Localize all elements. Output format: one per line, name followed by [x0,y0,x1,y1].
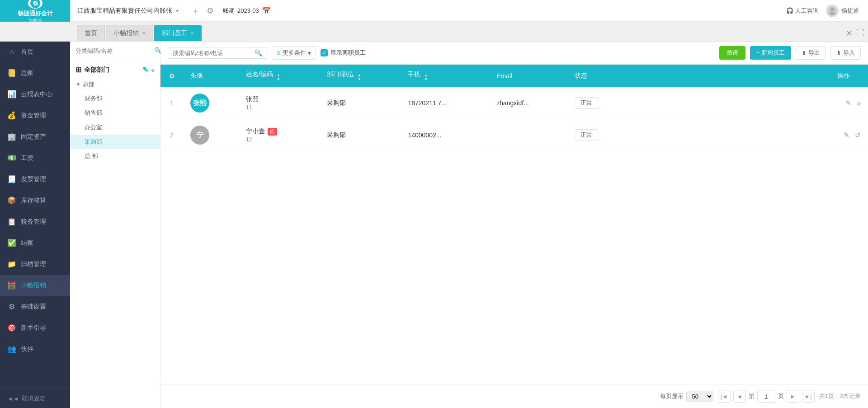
first-page-btn[interactable]: |◄ [718,390,731,403]
tab-expand[interactable]: ⛶ [856,28,864,38]
dept-office[interactable]: 办公室 [70,120,160,135]
grid-icon: ⊞ [75,66,81,74]
headset-icon: 🎧 [786,7,793,14]
settings-icon[interactable]: ⚙ [207,6,214,16]
right-panel: 🔍 ⧖ 更多条件 ▾ ✓ 显示离职员工 邀请 + 新增员工 ⬆ 导出 [160,42,868,408]
sidebar-item-tax[interactable]: 📋 税务管理 [0,211,70,232]
sidebar-item-invoice[interactable]: 🧾 发票管理 [0,169,70,190]
per-page-select[interactable]: 10 20 50 100 [686,391,713,402]
page-suffix: 页 [778,392,784,400]
expand-icon: ▼ [75,81,81,88]
dept-purchase[interactable]: 采购部 [70,135,160,149]
collapse-dept-icon[interactable]: « [151,66,155,74]
tab-department[interactable]: 部门员工 × [154,25,202,41]
dept-search-input[interactable] [75,47,151,54]
dept-sales[interactable]: 销售部 [70,106,160,120]
col-settings[interactable]: ⚙ [160,65,183,87]
col-dept[interactable]: 部门/职位 ▲▼ [320,65,401,87]
col-name[interactable]: 姓名/编码 ▲▼ [239,65,320,87]
edit-icon-2[interactable]: ✎ [844,131,849,139]
tab-controls: ✕ ⛶ [846,28,864,38]
sidebar-item-inventory[interactable]: 📦 库存核算 [0,190,70,211]
row1-phone: 18720211 7... [401,87,489,119]
invite-button[interactable]: 邀请 [719,46,745,60]
sidebar-label-invoice: 发票管理 [21,175,46,183]
user-area[interactable]: 畅捷通 [826,5,859,17]
col-avatar: 头像 [183,65,239,87]
row2-index: 2 [160,119,183,151]
all-dept-header[interactable]: ⊞ 全部部门 ✎ « [70,62,160,78]
status-badge-2: 正常 [575,129,598,141]
row1-index: 1 [160,87,183,119]
sidebar: ⌂ 首页 📒 总账 📊 云报表中心 💰 资金管理 🏢 固定资产 💵 工资 🧾 发… [0,42,70,408]
sidebar-unpin[interactable]: ◄◄ 取消固定 [0,389,70,408]
edit-dept-icon[interactable]: ✎ [142,66,148,74]
import-button[interactable]: ⬇ 导入 [830,46,861,60]
svg-point-3 [830,8,834,11]
sidebar-item-guide[interactable]: 🎯 新手引导 [0,317,70,338]
dept-root[interactable]: ▼ 总部 [70,78,160,91]
add-employee-button[interactable]: + 新增员工 [750,46,791,60]
support-button[interactable]: 🎧 人工咨询 [786,7,819,15]
per-page-label: 每页显示 [660,392,684,400]
sidebar-item-payroll[interactable]: 💵 工资 [0,147,70,169]
next-page-btn[interactable]: ► [787,390,799,403]
name-code-2: 宁小壹 应 12 [246,127,312,143]
prev-page-btn[interactable]: ◄ [733,390,746,403]
badge-red-2: 应 [268,128,277,136]
table-row: 2 宁 宁小壹 应 12 [160,119,868,151]
sidebar-item-ledger[interactable]: 📒 总账 [0,62,70,84]
unpin-label: 取消固定 [22,394,45,403]
dept-general[interactable]: 总 部 [70,149,160,164]
show-resigned-checkbox[interactable]: ✓ [321,49,328,56]
dept-finance[interactable]: 财务部 [70,91,160,106]
filter-button[interactable]: ⧖ 更多条件 ▾ [272,46,316,60]
tab-expense[interactable]: 小畅报销 × [106,25,153,41]
calendar-icon[interactable]: 📅 [262,6,271,15]
sidebar-item-settle[interactable]: ✅ 结账 [0,232,70,253]
name-code-1: 张熙 11 [246,95,312,111]
sidebar-item-asset[interactable]: 🏢 固定资产 [0,126,70,147]
tab-close-all[interactable]: ✕ [846,28,853,38]
logo-icon: 畅 [28,0,42,9]
show-resigned-toggle[interactable]: ✓ 显示离职员工 [321,49,366,57]
sidebar-label-payroll: 工资 [21,154,33,162]
settle-icon: ✅ [7,239,16,247]
sidebar-item-report[interactable]: 📊 云报表中心 [0,84,70,105]
sidebar-item-settings[interactable]: ⚙ 基础设置 [0,296,70,317]
row2-avatar: 宁 [183,119,239,151]
status-badge-1: 正常 [575,97,598,109]
page-number-input[interactable] [757,390,775,403]
search-icon[interactable]: 🔍 [255,49,262,56]
account-period-label: 账期 [223,7,235,15]
toolbar-right: 邀请 + 新增员工 ⬆ 导出 ⬇ 导入 [719,46,861,60]
sidebar-item-fund[interactable]: 💰 资金管理 [0,105,70,126]
edit-icon-1[interactable]: ✎ [845,99,851,107]
sidebar-item-partner[interactable]: 👥 伙伴 [0,338,70,360]
last-page-btn[interactable]: ►| [802,390,815,403]
company-name: 江西服宝精品有限责任公司内账张 [77,7,172,15]
sidebar-label-settings: 基础设置 [21,303,46,311]
content-area: 🔍 ⊞ 全部部门 ✎ « ▼ 总部 财务部 [70,42,868,408]
sidebar-item-home[interactable]: ⌂ 首页 [0,42,70,62]
company-dropdown-icon[interactable]: ▾ [176,8,179,14]
total-text: 共1页，2条记录 [819,392,861,400]
add-icon[interactable]: ＋ [191,5,199,16]
fund-icon: 💰 [7,111,16,120]
sidebar-item-expense[interactable]: 🧮 小畅报销 [0,275,70,296]
logout-icon-1[interactable]: ⎆ [857,99,861,107]
refresh-icon-2[interactable]: ↺ [855,131,861,139]
export-button[interactable]: ⬆ 导出 [796,46,826,60]
employee-table-wrapper: ⚙ 头像 姓名/编码 ▲▼ 部门/职位 ▲▼ 手机 [160,65,868,384]
row1-avatar: 张熙 [183,87,239,119]
tab-department-close[interactable]: × [191,30,194,37]
col-phone[interactable]: 手机 ▲▼ [401,65,489,87]
sidebar-item-archive[interactable]: 📁 归档管理 [0,253,70,275]
sidebar-label-guide: 新手引导 [21,324,46,332]
tab-home[interactable]: 首页 [77,25,105,41]
account-period: 账期 2023-03 📅 [219,6,274,15]
tab-expense-close[interactable]: × [142,30,146,37]
header-company[interactable]: 江西服宝精品有限责任公司内账张 ▾ [70,7,186,15]
row1-actions: ✎ ⎆ [717,87,868,119]
search-input[interactable] [173,50,252,56]
